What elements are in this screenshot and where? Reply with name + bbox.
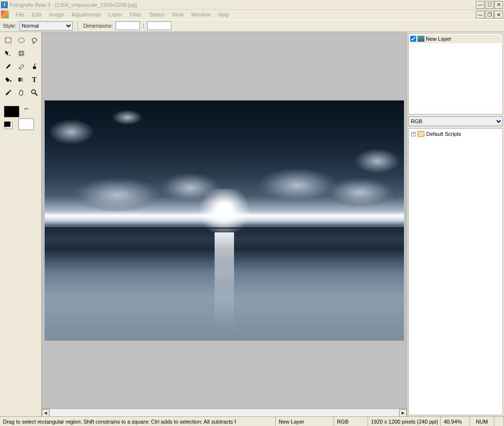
- lasso-tool[interactable]: [28, 34, 41, 47]
- scroll-track[interactable]: [50, 409, 399, 416]
- menu-help[interactable]: Help: [214, 11, 233, 18]
- canvas-viewport[interactable]: [42, 32, 407, 409]
- status-dimensions: 1920 x 1200 pixels (240 ppi): [368, 417, 441, 426]
- menu-window[interactable]: Window: [187, 11, 214, 18]
- toolbox: + T: [0, 32, 42, 416]
- status-zoom: 40.94%: [441, 417, 470, 426]
- dimension-separator: :: [143, 23, 144, 29]
- elliptical-marquee-tool[interactable]: [15, 34, 28, 47]
- menu-view[interactable]: View: [168, 11, 187, 18]
- layer-row[interactable]: New Layer: [410, 34, 502, 43]
- layers-panel: New Layer: [408, 33, 503, 115]
- status-resize-grip[interactable]: [494, 417, 504, 426]
- scroll-right-icon[interactable]: ►: [399, 409, 407, 416]
- height-input[interactable]: [147, 21, 171, 30]
- svg-text:+: +: [9, 54, 11, 57]
- crop-tool[interactable]: [15, 47, 28, 60]
- width-input[interactable]: [116, 21, 140, 30]
- hand-tool[interactable]: [15, 86, 28, 99]
- tree-item-label: Default Scripts: [426, 131, 461, 137]
- color-mode-panel: RGB: [408, 116, 503, 126]
- default-colors-icon[interactable]: [4, 121, 11, 127]
- style-label: Style:: [3, 23, 17, 29]
- svg-rect-5: [33, 66, 36, 69]
- text-tool[interactable]: T: [28, 73, 41, 86]
- status-num: NUM: [470, 417, 494, 426]
- document-icon: [1, 11, 9, 18]
- layer-visibility-checkbox[interactable]: [410, 36, 416, 42]
- paint-bucket-tool[interactable]: [2, 73, 15, 86]
- eyedropper-tool[interactable]: [2, 86, 15, 99]
- close-button[interactable]: ✕: [494, 1, 503, 9]
- menu-layer[interactable]: Layer: [105, 11, 126, 18]
- clone-stamp-tool[interactable]: [28, 60, 41, 73]
- svg-rect-4: [20, 52, 23, 55]
- canvas-image: [45, 100, 404, 341]
- divider: [78, 21, 79, 31]
- scroll-left-icon[interactable]: ◄: [42, 409, 50, 416]
- statusbar: Drag to select rectangular region; Shift…: [0, 416, 504, 426]
- maximize-button[interactable]: ☐: [485, 1, 494, 9]
- color-swatches: ⤺: [1, 105, 40, 136]
- window-controls: — ☐ ✕: [476, 1, 503, 9]
- mdi-restore-button[interactable]: ❐: [485, 11, 494, 18]
- window-title: Fotografix Beta 3 - [1356_crepuscule_192…: [10, 2, 476, 8]
- svg-text:T: T: [32, 76, 37, 83]
- menu-select[interactable]: Select: [146, 11, 168, 18]
- svg-line-10: [35, 93, 37, 96]
- rectangular-marquee-tool[interactable]: [2, 34, 15, 47]
- scripts-panel: + Default Scripts: [408, 128, 503, 415]
- mdi-minimize-button[interactable]: —: [476, 11, 485, 18]
- mdi-close-button[interactable]: ✕: [494, 11, 503, 18]
- color-mode-select[interactable]: RGB: [408, 116, 503, 126]
- svg-point-6: [10, 81, 12, 82]
- layer-thumbnail-icon: [418, 36, 424, 42]
- status-hint: Drag to select rectangular region; Shift…: [0, 417, 276, 426]
- foreground-color[interactable]: [4, 106, 19, 117]
- menu-edit[interactable]: Edit: [28, 11, 45, 18]
- titlebar: f Fotografix Beta 3 - [1356_crepuscule_1…: [0, 0, 504, 10]
- right-panels: New Layer RGB + Default Scripts: [407, 32, 504, 416]
- style-select[interactable]: Normal: [19, 21, 73, 31]
- options-bar: Style: Normal Dimensions: :: [0, 19, 504, 32]
- svg-rect-7: [18, 78, 24, 82]
- app-icon: f: [1, 1, 8, 8]
- tree-expand-icon[interactable]: +: [411, 132, 416, 136]
- eraser-tool[interactable]: [15, 60, 28, 73]
- menu-image[interactable]: Image: [45, 11, 68, 18]
- svg-point-1: [18, 38, 24, 43]
- mdi-controls: — ❐ ✕: [476, 11, 503, 18]
- dimensions-label: Dimensions:: [84, 23, 113, 29]
- menu-adjustments[interactable]: Adjustments: [67, 11, 105, 18]
- canvas-area: ◄ ►: [42, 32, 407, 416]
- gradient-tool[interactable]: [15, 73, 28, 86]
- status-layer: New Layer: [276, 417, 334, 426]
- menubar: File Edit Image Adjustments Layer Filter…: [0, 10, 504, 19]
- menu-file[interactable]: File: [12, 11, 28, 18]
- background-color[interactable]: [18, 118, 34, 130]
- empty-tool-1: [28, 47, 41, 60]
- minimize-button[interactable]: —: [476, 1, 485, 9]
- status-mode: RGB: [334, 417, 368, 426]
- svg-point-9: [32, 90, 35, 94]
- main-area: + T: [0, 32, 504, 416]
- move-tool[interactable]: +: [2, 47, 15, 60]
- layer-name: New Layer: [426, 36, 452, 42]
- horizontal-scrollbar[interactable]: ◄ ►: [42, 409, 407, 416]
- swap-colors-icon[interactable]: ⤺: [24, 106, 31, 113]
- zoom-tool[interactable]: [28, 86, 41, 99]
- brush-tool[interactable]: [2, 60, 15, 73]
- menu-filter[interactable]: Filter: [126, 11, 145, 18]
- svg-rect-0: [5, 38, 11, 43]
- scripts-tree-root[interactable]: + Default Scripts: [411, 131, 501, 137]
- folder-icon: [418, 131, 424, 137]
